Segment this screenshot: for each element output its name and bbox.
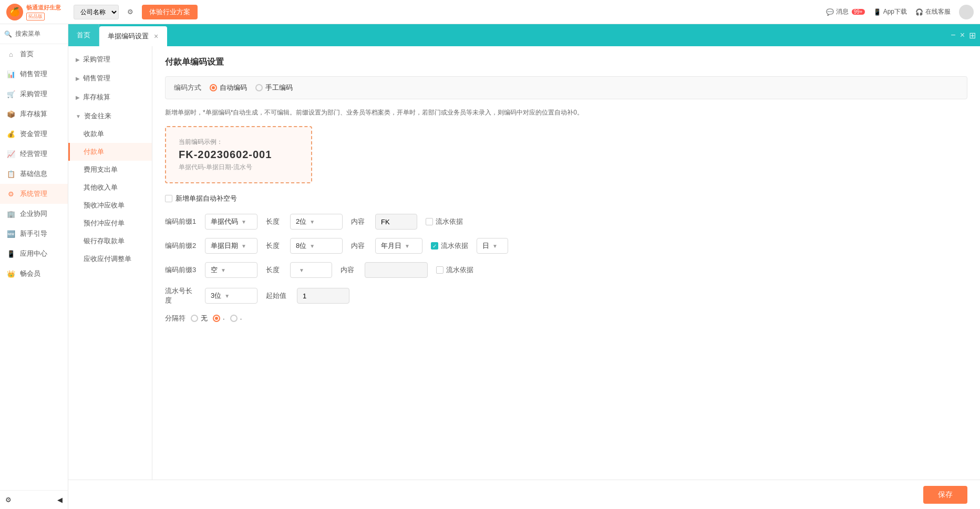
nav-item-other-income[interactable]: 其他收入单 [68, 179, 152, 196]
user-avatar[interactable] [959, 5, 974, 19]
manual-encode-option[interactable]: 手工编码 [255, 83, 293, 92]
home-icon: ⌂ [6, 49, 16, 59]
nav-group-purchase-title[interactable]: ▶ 采购管理 [68, 50, 152, 68]
length-label-3: 长度 [266, 265, 280, 275]
online-service-action[interactable]: 🎧 在线客服 [915, 7, 951, 16]
tab-minimize-button[interactable]: − [951, 30, 955, 40]
nav-group-funds-title[interactable]: ▼ 资金往来 [68, 107, 152, 125]
serial-checkbox-3[interactable]: 流水依据 [436, 265, 473, 275]
length-select-2[interactable]: 8位 ▼ [290, 238, 343, 254]
tab-bar: 首页 单据编码设置 × − × ⊞ [68, 24, 980, 46]
serial-check-teal-2[interactable]: ✓ [431, 242, 438, 250]
company-select[interactable]: 公司名称 [74, 5, 119, 19]
auto-fill-checkbox[interactable] [165, 195, 172, 202]
sep-none-radio[interactable] [191, 315, 198, 322]
sidebar-item-basic[interactable]: 📋 基础信息 [0, 164, 68, 184]
nav-group-inventory-title[interactable]: ▶ 库存核算 [68, 88, 152, 106]
sidebar-item-operation[interactable]: 📈 经营管理 [0, 144, 68, 164]
newguide-icon: 🆕 [6, 229, 16, 238]
serial-checkbox-2[interactable]: ✓ 流水依据 [431, 241, 468, 251]
nav-item-payment[interactable]: 付款单 [68, 143, 152, 161]
prefix-row-3: 编码前缀3 空 ▼ 长度 ▼ 内容 流水依据 [165, 262, 967, 278]
save-button[interactable]: 保存 [923, 486, 967, 504]
header-controls: 公司名称 ⚙ 体验行业方案 [74, 5, 198, 19]
start-value-label: 起始值 [266, 291, 286, 300]
app-download-action[interactable]: 📱 App下载 [873, 7, 907, 16]
serial-check-icon-1[interactable] [426, 218, 433, 225]
preview-sub: 单据代码-单据日期-流水号 [179, 163, 298, 172]
start-value-input[interactable] [297, 288, 349, 304]
settings-footer-icon[interactable]: ⚙ [5, 496, 12, 504]
sidebar-item-appcenter[interactable]: 📱 应用中心 [0, 244, 68, 264]
prefix1-select[interactable]: 单据代码 ▼ [205, 214, 257, 230]
serial-unit-select-2[interactable]: 日 ▼ [477, 238, 508, 254]
serial-length-select[interactable]: 3位 ▼ [205, 288, 257, 304]
headset-icon: 🎧 [915, 8, 923, 16]
tab-close-icon[interactable]: × [154, 32, 158, 40]
content-label-1: 内容 [351, 217, 365, 226]
preview-value: FK-20230602-001 [179, 149, 298, 161]
appcenter-icon: 📱 [6, 249, 16, 258]
encoding-method-label: 编码方式 [174, 83, 201, 92]
info-text: 新增单据时，*单据编码*自动生成，不可编辑。前缀设置为部门、业务员等档案类，开单… [165, 108, 967, 118]
sidebar-item-system[interactable]: ⚙ 系统管理 [0, 184, 68, 204]
trial-button[interactable]: 体验行业方案 [142, 5, 198, 19]
basic-icon: 📋 [6, 169, 16, 179]
arrow-right-icon: ▶ [76, 57, 80, 63]
tab-expand-button[interactable]: ⊞ [969, 30, 976, 40]
dropdown-arrow-1: ▼ [241, 219, 246, 225]
length-select-1[interactable]: 2位 ▼ [290, 214, 343, 230]
serial-checkbox-1[interactable]: 流水依据 [426, 217, 463, 226]
nav-item-prepay-pay[interactable]: 预付冲应付单 [68, 214, 152, 232]
sidebar-search[interactable]: 🔍 搜索菜单 [0, 24, 68, 44]
serial-unit-arrow-2: ▼ [492, 243, 498, 249]
search-icon: 🔍 [4, 30, 12, 38]
auto-encode-radio[interactable] [210, 84, 217, 91]
sidebar-item-finance[interactable]: 💰 资金管理 [0, 124, 68, 144]
tab-home[interactable]: 首页 [68, 24, 99, 46]
sep-dash-radio[interactable] [230, 315, 238, 322]
content-input-1[interactable] [375, 214, 417, 230]
manual-encode-radio[interactable] [255, 84, 263, 91]
auto-fill-label: 新增单据自动补空号 [176, 194, 237, 203]
length-select-3[interactable]: ▼ [290, 262, 332, 278]
sidebar-item-member[interactable]: 👑 畅会员 [0, 264, 68, 284]
serial-length-label: 流水号长度 [165, 286, 197, 305]
tab-encoding-settings[interactable]: 单据编码设置 × [99, 26, 167, 46]
sep-dash-option[interactable]: · [230, 315, 242, 323]
sidebar: 🔍 搜索菜单 ⌂ 首页 📊 销售管理 🛒 采购管理 📦 库存核算 💰 资金管理 … [0, 24, 68, 509]
nav-item-bank-deposit[interactable]: 银行存取款单 [68, 232, 152, 250]
member-icon: 👑 [6, 269, 16, 278]
content-input-3[interactable] [365, 262, 428, 278]
sidebar-item-enterprise[interactable]: 🏢 企业协同 [0, 204, 68, 224]
nav-item-prepay-receive[interactable]: 预收冲应收单 [68, 196, 152, 214]
dropdown-arrow-2: ▼ [241, 243, 246, 249]
sep-dot-radio[interactable] [213, 315, 220, 322]
sidebar-item-purchase[interactable]: 🛒 采购管理 [0, 84, 68, 104]
header-right: 💬 消息 99+ 📱 App下载 🎧 在线客服 [826, 5, 974, 19]
nav-item-receipt[interactable]: 收款单 [68, 125, 152, 143]
header-gear-icon[interactable]: ⚙ [123, 5, 138, 19]
content-label-2: 内容 [351, 241, 365, 251]
content-select-2[interactable]: 年月日 ▼ [375, 238, 422, 254]
prefix2-select[interactable]: 单据日期 ▼ [205, 238, 257, 254]
header-left: 🍊 畅通道好生意 拓品版 公司名称 ⚙ 体验行业方案 [6, 4, 198, 20]
serial-check-icon-3[interactable] [436, 266, 443, 274]
sidebar-item-home[interactable]: ⌂ 首页 [0, 44, 68, 64]
sidebar-item-newguide[interactable]: 🆕 新手引导 [0, 224, 68, 244]
sidebar-item-sales[interactable]: 📊 销售管理 [0, 64, 68, 84]
nav-item-expense[interactable]: 费用支出单 [68, 161, 152, 179]
tab-close-button[interactable]: × [960, 30, 965, 40]
message-action[interactable]: 💬 消息 99+ [826, 7, 865, 16]
separator-row: 分隔符 无 · · [165, 314, 967, 323]
sep-none-option[interactable]: 无 [191, 314, 208, 323]
prefix3-select[interactable]: 空 ▼ [205, 262, 257, 278]
operation-icon: 📈 [6, 149, 16, 159]
sales-icon: 📊 [6, 69, 16, 79]
nav-group-sales-title[interactable]: ▶ 销售管理 [68, 69, 152, 87]
sep-dot-option[interactable]: · [213, 315, 225, 323]
sidebar-item-inventory[interactable]: 📦 库存核算 [0, 104, 68, 124]
auto-encode-option[interactable]: 自动编码 [210, 83, 247, 92]
collapse-icon[interactable]: ◀ [57, 496, 63, 504]
nav-item-receivable-adjust[interactable]: 应收应付调整单 [68, 250, 152, 268]
